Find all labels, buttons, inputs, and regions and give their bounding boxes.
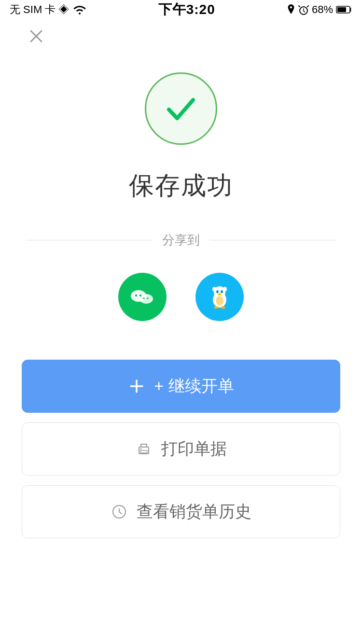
continue-order-label: + 继续开单	[154, 375, 234, 397]
history-icon	[111, 503, 128, 520]
status-time: 下午3:20	[158, 0, 215, 19]
svg-point-8	[139, 294, 141, 296]
wechat-share-button[interactable]	[118, 273, 167, 321]
checkmark-icon	[162, 89, 200, 128]
success-circle	[145, 72, 217, 145]
wifi-icon	[73, 4, 86, 15]
svg-point-20	[216, 296, 223, 306]
share-icons-row	[118, 273, 244, 321]
divider-line-right	[209, 240, 335, 240]
continue-order-button[interactable]: + 继续开单	[22, 360, 340, 413]
wechat-icon	[128, 282, 157, 311]
plus-icon	[128, 378, 145, 395]
close-button[interactable]	[24, 24, 48, 48]
battery-icon	[336, 5, 352, 14]
qq-icon	[205, 282, 234, 311]
print-button[interactable]: 打印单据	[22, 422, 340, 476]
print-label: 打印单据	[161, 438, 227, 460]
svg-point-21	[214, 307, 219, 309]
svg-point-27	[140, 448, 142, 450]
qq-share-button[interactable]	[195, 273, 244, 321]
svg-point-17	[218, 294, 222, 295]
svg-point-19	[223, 287, 227, 292]
svg-point-15	[217, 292, 218, 293]
location-icon	[287, 4, 295, 15]
divider-line-left	[27, 240, 153, 240]
svg-rect-2	[337, 7, 346, 12]
svg-point-6	[139, 294, 153, 304]
action-buttons: + 继续开单 打印单据 查看销货单历史	[22, 360, 340, 538]
svg-point-22	[221, 307, 225, 309]
status-bar: 无 SIM 卡 ◈ 下午3:20 68%	[0, 0, 362, 19]
share-divider: 分享到	[27, 232, 335, 249]
history-label: 查看销货单历史	[137, 501, 251, 523]
svg-point-10	[147, 297, 149, 299]
print-icon	[135, 440, 153, 458]
battery-percent: 68%	[312, 3, 333, 16]
svg-point-9	[143, 297, 145, 299]
status-left: 无 SIM 卡 ◈	[10, 2, 86, 17]
main-content: 保存成功 分享到	[0, 19, 362, 538]
history-button[interactable]: 查看销货单历史	[22, 485, 340, 538]
svg-point-18	[212, 287, 216, 292]
status-right: 68%	[287, 3, 352, 16]
no-sim-label: 无 SIM 卡 ◈	[10, 2, 69, 17]
svg-rect-26	[140, 450, 147, 453]
share-label: 分享到	[162, 232, 200, 249]
success-title: 保存成功	[129, 169, 233, 203]
svg-point-16	[221, 292, 223, 293]
svg-point-7	[135, 294, 137, 296]
alarm-icon	[298, 4, 309, 15]
